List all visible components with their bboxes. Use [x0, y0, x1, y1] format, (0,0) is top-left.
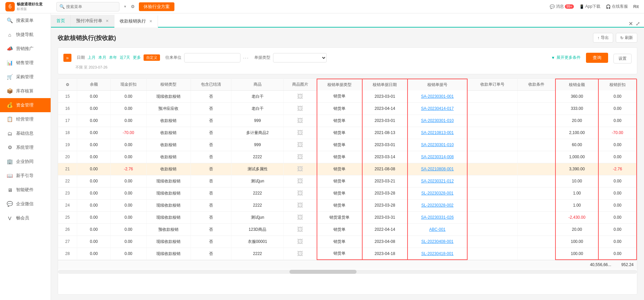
user-name[interactable]: Rit — [633, 4, 639, 9]
sidebar-item-hardware[interactable]: 🖥 智能硬件 — [0, 183, 51, 197]
cell-bill-report-no[interactable]: SL-20230328-001 — [408, 187, 467, 199]
tab-prepay-close[interactable]: ✕ — [106, 19, 109, 23]
settings-btn[interactable]: 设置 — [613, 54, 632, 63]
bill-no-link[interactable]: SL-20230408-001 — [421, 239, 453, 244]
cell-receipt-order-no — [467, 223, 517, 235]
bill-no-link[interactable]: SA-20230301-010 — [421, 118, 453, 123]
bill-no-link[interactable]: SA-20230301-001 — [421, 94, 453, 99]
app-download-area[interactable]: 📱 App下载 — [579, 4, 600, 9]
recent7-link[interactable]: 近7天 — [120, 55, 130, 60]
settings-icon[interactable]: ⚙ — [131, 4, 135, 9]
horizontal-scrollbar[interactable] — [58, 270, 637, 274]
bill-no-link[interactable]: SA-20230414-017 — [421, 106, 453, 111]
online-service-area[interactable]: 🎧 在线客服 — [606, 4, 628, 9]
page-actions: ↑ 导出 ↻ 刷新 — [593, 33, 637, 43]
footer-writeoff-discount-total: 952.24 — [621, 262, 634, 267]
industry-btn[interactable]: 休验行业方案 — [139, 2, 174, 11]
cell-bill-report-date: 2022-04-14 — [362, 223, 408, 235]
bill-no-link[interactable]: SL-20230418-001 — [421, 251, 453, 256]
sidebar-item-guide[interactable]: 📖 新手引导 — [0, 169, 51, 183]
counterpart-dots[interactable]: ··· — [243, 55, 249, 60]
tab-close-icon[interactable]: ✕ — [629, 20, 633, 27]
sidebar-item-corp[interactable]: 🏢 企业协同 — [0, 155, 51, 169]
bill-no-link[interactable]: SL-20230328-002 — [421, 203, 453, 208]
scrollbar-thumb[interactable] — [289, 270, 357, 274]
cell-bill-report-no[interactable]: ABC-001 — [408, 223, 467, 235]
table-row: 16 0.00 0.00 预冲应应收 否 老白干 🖼 销货单 2023-04-1… — [58, 102, 637, 115]
cell-cash-discount: -70.00 — [110, 127, 146, 139]
cell-bill-report-no[interactable]: SA-20230321-012 — [408, 175, 467, 187]
more-link[interactable]: 更多 — [133, 55, 141, 60]
bill-no-link[interactable]: SA-20230321-012 — [421, 179, 453, 183]
cell-include-settled: 否 — [191, 175, 231, 187]
cell-writeoff-type: 现续收款核销 — [146, 199, 191, 211]
cell-bill-report-no[interactable]: SA-20230414-017 — [408, 102, 467, 115]
expand-more-btn[interactable]: ▼ 展开更多条件 — [551, 55, 581, 60]
cell-bill-report-no[interactable]: SL-20230328-002 — [408, 199, 467, 211]
tab-prepay[interactable]: 预付冲应付单 ✕ — [71, 15, 114, 27]
sidebar-item-quicknav[interactable]: ⌂ 快捷导航 — [0, 28, 51, 42]
cell-bill-report-no[interactable]: SA-20230301-010 — [408, 139, 467, 151]
sidebar-item-basic[interactable]: 🗂 基础信息 — [0, 126, 51, 140]
custom-date-badge[interactable]: 自定义 — [144, 54, 160, 61]
col-header-gear[interactable]: ⚙ — [58, 79, 77, 90]
cell-bill-report-no[interactable]: SA-20210813-001 — [408, 127, 467, 139]
cell-bill-report-type: 销货单 — [317, 199, 362, 211]
sidebar-item-wechat[interactable]: 💬 企业微信 — [0, 197, 51, 211]
sidebar-item-marketing[interactable]: 📣 营销推广 — [0, 42, 51, 56]
cell-writeoff-type: 收款核销 — [146, 163, 191, 175]
cell-bill-report-no[interactable]: SA-20210808-001 — [408, 163, 467, 175]
cell-bill-report-no[interactable]: SL-20230418-001 — [408, 248, 467, 260]
cell-bill-report-type: 销货单 — [317, 235, 362, 248]
bill-no-link[interactable]: SA-20230314-008 — [421, 155, 453, 159]
bill-type-select[interactable] — [273, 53, 327, 62]
tab-home[interactable]: 首页 — [51, 15, 71, 27]
sidebar-item-inventory[interactable]: 📦 库存核算 — [0, 84, 51, 98]
cell-bill-report-no[interactable]: SA-20230331-026 — [408, 211, 467, 223]
bill-no-link[interactable]: SL-20230328-001 — [421, 191, 453, 196]
cell-receipt-order-no — [467, 211, 517, 223]
filter-expand-left-btn[interactable]: » — [63, 54, 71, 62]
this-month-link[interactable]: 本月 — [98, 55, 106, 60]
cell-bill-report-no[interactable]: SA-20230301-001 — [408, 90, 467, 102]
refresh-btn[interactable]: ↻ 刷新 — [616, 33, 637, 43]
bill-no-link[interactable]: SA-20230331-026 — [421, 215, 453, 220]
page-title: 收款核销执行(按收款) — [58, 34, 116, 42]
sidebar-item-search[interactable]: 🔍 搜索菜单 — [0, 13, 51, 28]
tab-writeoff[interactable]: 收款核销执行 ✕ — [114, 15, 158, 28]
query-btn[interactable]: 查询 — [586, 53, 608, 63]
counterpart-input[interactable] — [184, 53, 240, 62]
sidebar-item-purchase[interactable]: 🛒 采购管理 — [0, 70, 51, 84]
cell-bill-report-no[interactable]: SA-20230314-008 — [408, 151, 467, 163]
footer-writeoff-amount-total: 40,556,66... — [590, 262, 611, 267]
cell-bill-report-type: 销货单 — [317, 151, 362, 163]
monitor-icon: 🖥 — [7, 187, 13, 193]
tab-expand-icon[interactable]: ⤢ — [636, 20, 640, 27]
bill-no-link[interactable]: SA-20210813-001 — [421, 130, 453, 135]
tab-writeoff-close[interactable]: ✕ — [149, 19, 152, 24]
sidebar-item-sales[interactable]: 📊 销售管理 — [0, 56, 51, 70]
top-search-box[interactable]: 🔍 — [56, 2, 119, 11]
sidebar-label-finance: 资金管理 — [16, 102, 34, 108]
cell-bill-report-no[interactable]: SA-20230301-010 — [408, 115, 467, 127]
sidebar-item-finance[interactable]: 💰 资金管理 — [0, 98, 51, 112]
top-search-input[interactable] — [66, 4, 116, 9]
search-dropdown-icon[interactable]: ▼ — [123, 5, 127, 8]
export-btn[interactable]: ↑ 导出 — [593, 33, 613, 43]
cell-include-settled: 否 — [191, 90, 231, 102]
cell-goods: 999 — [231, 115, 283, 127]
prev-month-link[interactable]: 上月 — [88, 55, 96, 60]
bill-no-link[interactable]: ABC-001 — [429, 227, 446, 232]
cell-receipt-cond — [517, 102, 555, 115]
cell-include-settled: 否 — [191, 151, 231, 163]
bill-no-link[interactable]: SA-20210808-001 — [421, 167, 453, 171]
message-area[interactable]: 💬 消息 99+ — [550, 4, 574, 9]
sidebar-label-member: 畅会员 — [16, 215, 29, 221]
sidebar-item-business[interactable]: 📋 经营管理 — [0, 112, 51, 126]
bill-no-link[interactable]: SA-20230301-010 — [421, 142, 453, 147]
cell-bill-report-no[interactable]: SL-20230408-001 — [408, 235, 467, 248]
sidebar-item-system[interactable]: ⚙ 系统管理 — [0, 140, 51, 155]
this-year-link[interactable]: 本年 — [109, 55, 117, 60]
sidebar-item-member[interactable]: V 畅会员 — [0, 211, 51, 225]
member-icon: V — [7, 215, 13, 221]
